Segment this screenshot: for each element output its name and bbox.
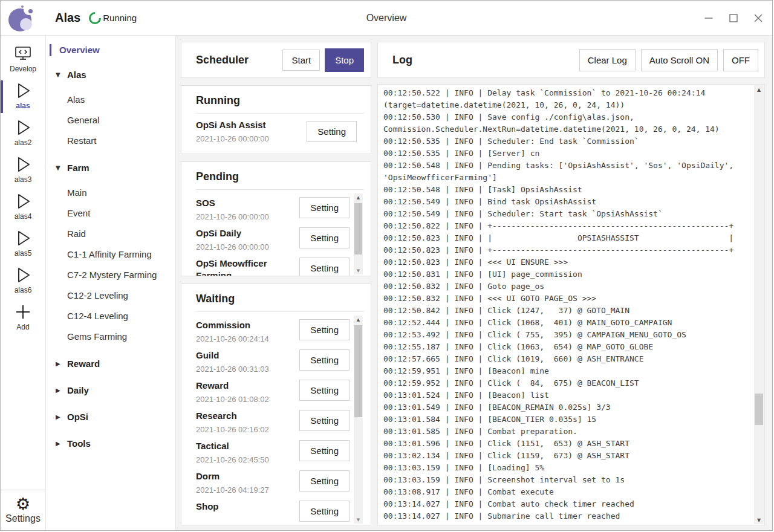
auto-scroll-off-button[interactable]: OFF: [723, 49, 758, 71]
pending-card: Pending SOS 2021-10-26 00:00:00 Setting: [181, 161, 371, 276]
task-time: 2021-10-26 00:24:14: [196, 334, 296, 343]
nav-section-reward[interactable]: ▶ Reward: [56, 358, 175, 370]
nav-item-c12-4-leveling[interactable]: C12-4 Leveling: [67, 310, 175, 322]
nav-item-general[interactable]: General: [67, 114, 175, 126]
nav-item-raid[interactable]: Raid: [67, 228, 175, 240]
nav-section-tools[interactable]: ▶ Tools: [56, 438, 175, 450]
clear-log-button[interactable]: Clear Log: [579, 49, 636, 71]
scroll-down-icon[interactable]: ▼: [354, 267, 363, 274]
log-title: Log: [392, 54, 412, 66]
scheduler-status-label: Running: [103, 13, 137, 23]
setting-button[interactable]: Setting: [299, 440, 350, 461]
task-name: Research: [196, 410, 293, 422]
rail-item-label: alas5: [15, 249, 32, 258]
setting-button[interactable]: Setting: [299, 470, 350, 491]
setting-button[interactable]: Setting: [299, 227, 350, 248]
scroll-up-icon[interactable]: ▲: [354, 316, 363, 323]
scheduler-card: Scheduler Start Stop: [181, 42, 371, 78]
rail-settings[interactable]: ⚙ Settings: [1, 490, 45, 530]
nav-section-label: OpSi: [67, 411, 88, 423]
waiting-scrollbar[interactable]: ▲ ▼: [354, 316, 363, 524]
task-time: 2021-10-26 00:00:00: [196, 134, 303, 143]
task-row: Dorm 2021-10-26 04:19:27 Setting: [196, 465, 364, 496]
scrollbar-thumb[interactable]: [354, 203, 362, 255]
setting-button[interactable]: Setting: [299, 349, 350, 371]
nav-section-farm[interactable]: ▼ Farm: [56, 162, 175, 174]
play-icon: [13, 265, 33, 285]
setting-button[interactable]: Setting: [299, 319, 350, 340]
task-time: 2021-10-26 02:45:50: [196, 455, 296, 464]
task-info: Dorm 2021-10-26 04:19:27: [196, 470, 299, 495]
play-icon: [13, 154, 33, 175]
setting-button[interactable]: Setting: [307, 121, 357, 142]
stop-button[interactable]: Stop: [325, 48, 364, 72]
rail-item-label: Develop: [10, 65, 36, 73]
scroll-down-icon[interactable]: ▼: [754, 516, 764, 524]
nav-section-opsi[interactable]: ▶ OpSi: [56, 411, 175, 423]
task-name: Reward: [196, 380, 293, 392]
setting-button[interactable]: Setting: [299, 197, 350, 218]
rail-item-develop[interactable]: Develop: [1, 44, 45, 73]
task-info: Guild 2021-10-26 00:31:03: [196, 349, 299, 374]
setting-button[interactable]: Setting: [299, 258, 350, 276]
divider: [196, 311, 364, 312]
minimize-button[interactable]: [704, 14, 713, 22]
task-info: Tactical 2021-10-26 02:45:50: [196, 440, 299, 464]
pending-scrollbar[interactable]: ▲ ▼: [354, 193, 363, 274]
chevron-down-icon: ▼: [56, 69, 62, 81]
auto-scroll-on-button[interactable]: Auto Scroll ON: [641, 49, 718, 71]
log-output[interactable]: 00:12:50.522 | INFO | Delay task `Commis…: [377, 84, 765, 525]
chevron-right-icon: ▶: [56, 411, 62, 423]
nav-section-label: Farm: [67, 162, 89, 174]
chevron-right-icon: ▶: [56, 358, 62, 370]
nav-item-gems-farming[interactable]: Gems Farming: [67, 331, 175, 343]
rail-item-alas4[interactable]: alas4: [1, 191, 45, 221]
rail-item-alas[interactable]: alas: [1, 80, 45, 110]
scrollbar-thumb[interactable]: [354, 325, 362, 417]
content-area: Scheduler Start Stop Running OpSi Ash As…: [176, 36, 772, 530]
setting-button[interactable]: Setting: [299, 380, 350, 401]
task-row: Shop Setting: [196, 496, 364, 525]
rail-item-label: alas: [16, 102, 30, 110]
nav-item-restart[interactable]: Restart: [67, 135, 175, 147]
rail-item-label: alas2: [15, 138, 32, 147]
log-scrollbar[interactable]: ▲ ▼: [754, 85, 764, 524]
app-window: Alas Running Overview: [0, 0, 773, 531]
scroll-up-icon[interactable]: ▲: [354, 193, 363, 201]
nav-item-main[interactable]: Main: [67, 187, 175, 199]
task-time: 2021-10-26 04:19:27: [196, 485, 296, 495]
rail-item-alas5[interactable]: alas5: [1, 228, 45, 258]
rail-item-label: alas4: [15, 212, 32, 221]
nav-item-event[interactable]: Event: [67, 207, 175, 219]
nav-item-c7-2-mystery-farming[interactable]: C7-2 Mystery Farming: [67, 269, 175, 281]
nav-section-daily[interactable]: ▶ Daily: [56, 384, 175, 397]
rail-item-alas3[interactable]: alas3: [1, 154, 45, 184]
scroll-down-icon[interactable]: ▼: [354, 516, 363, 524]
scrollbar-thumb[interactable]: [755, 394, 763, 425]
start-button[interactable]: Start: [282, 50, 320, 71]
rail-item-add[interactable]: Add: [1, 302, 45, 331]
nav-item-alas[interactable]: Alas: [67, 94, 175, 106]
alas-logo-icon: [7, 4, 36, 33]
nav-item-overview[interactable]: Overview: [50, 44, 175, 56]
waiting-title: Waiting: [196, 293, 364, 305]
scroll-up-icon[interactable]: ▲: [754, 85, 764, 94]
nav-section-alas[interactable]: ▼ Alas: [56, 69, 175, 81]
play-icon: [13, 80, 33, 101]
settings-label: Settings: [5, 513, 41, 524]
log-column: Log Clear Log Auto Scroll ON OFF 00:12:5…: [377, 42, 765, 525]
rail-item-alas2[interactable]: alas2: [1, 117, 45, 147]
scheduler-column: Scheduler Start Stop Running OpSi Ash As…: [181, 42, 371, 525]
task-name: OpSi Meowfficer Farming: [196, 258, 293, 276]
setting-button[interactable]: Setting: [299, 410, 350, 431]
nav-panel: Overview ▼ Alas Alas General Restart ▼ F…: [46, 36, 176, 530]
setting-button[interactable]: Setting: [299, 501, 350, 522]
maximize-button[interactable]: [729, 14, 738, 22]
close-button[interactable]: [754, 14, 763, 22]
nav-item-c1-1-affinity-farming[interactable]: C1-1 Affinity Farming: [67, 248, 175, 261]
task-row: Guild 2021-10-26 00:31:03 Setting: [196, 345, 364, 375]
nav-item-c12-2-leveling[interactable]: C12-2 Leveling: [67, 290, 175, 302]
task-name: OpSi Ash Assist: [196, 119, 293, 131]
rail-item-alas6[interactable]: alas6: [1, 265, 45, 294]
task-time: 2021-10-26 00:00:00: [196, 242, 296, 251]
